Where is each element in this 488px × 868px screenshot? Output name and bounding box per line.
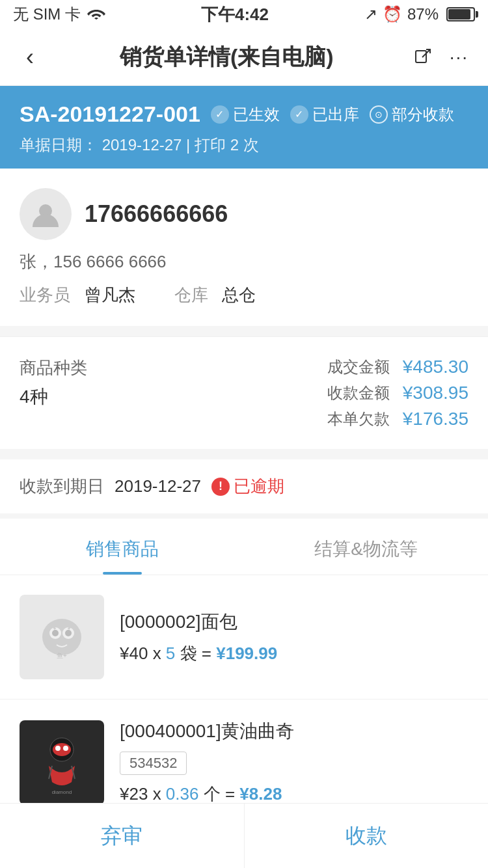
product-qty-2: 0.36 [166, 784, 199, 804]
tabs: 销售商品 结算&物流等 [0, 519, 488, 575]
tab-products-label: 销售商品 [86, 539, 159, 559]
transaction-value: ¥485.30 [403, 357, 468, 377]
transaction-amount-row: 成交金额 ¥485.30 [327, 357, 468, 377]
svg-point-10 [53, 743, 71, 756]
collected-label: 收款金额 [327, 383, 390, 403]
owed-amount-row: 本单欠款 ¥176.35 [327, 409, 468, 429]
more-icon[interactable]: ··· [450, 47, 468, 68]
product-type-label: 商品种类 [20, 357, 87, 379]
product-name-1: [0000002]面包 [120, 610, 468, 634]
product-name-2: [000400001]黄油曲奇 [120, 719, 468, 744]
avatar [20, 188, 72, 240]
svg-text:diamond: diamond [52, 789, 72, 795]
confirm-label: 收款 [346, 822, 387, 850]
tab-settlement[interactable]: 结算&物流等 [244, 519, 488, 575]
overdue-label: 已逾期 [234, 475, 284, 498]
page-title: 销货单详情(来自电脑) [120, 42, 334, 72]
product-total-1: ¥199.99 [216, 644, 277, 663]
overdue-badge: ! 已逾期 [211, 475, 284, 498]
check-icon-1: ✓ [211, 105, 229, 124]
svg-point-11 [55, 746, 61, 751]
order-id-row: SA-20191227-001 ✓ 已生效 ✓ 已出库 ⊙ 部分收款 [20, 102, 468, 127]
product-eq-2: = [225, 784, 239, 804]
status-partial-label: 部分收款 [392, 104, 454, 125]
status-badge-shipped: ✓ 已出库 [290, 104, 359, 125]
product-total-2: ¥8.28 [239, 784, 282, 804]
alarm-icon: ⏰ [383, 5, 402, 23]
product-price-1: ¥40 [120, 644, 148, 663]
svg-text:鱼+: 鱼+ [57, 652, 67, 659]
svg-rect-0 [416, 51, 426, 62]
status-left: 无 SIM 卡 [13, 4, 105, 25]
due-section: 收款到期日 2019-12-27 ! 已逾期 [0, 459, 488, 519]
product-unit-1: 袋 [180, 644, 197, 663]
location-icon: ↗ [364, 5, 377, 23]
svg-point-5 [52, 630, 59, 636]
tab-products[interactable]: 销售商品 [0, 519, 244, 575]
date-label: 单据日期： [20, 136, 98, 154]
bottom-bar: 弃审 收款 [0, 803, 488, 868]
product-tag-2: 534532 [120, 752, 187, 775]
product-price-row-2: ¥23 x 0.36 个 = ¥8.28 [120, 783, 468, 806]
due-date: 2019-12-27 [115, 476, 201, 496]
product-eq-1: = [202, 644, 216, 663]
status-effective-label: 已生效 [233, 104, 280, 125]
products-list: 鱼+ [0000002]面包 ¥40 x 5 袋 = ¥199.99 [0, 575, 488, 826]
order-id: SA-20191227-001 [20, 102, 200, 127]
collected-amount-row: 收款金额 ¥308.95 [327, 383, 468, 403]
warehouse-meta: 仓库 总仓 [174, 284, 256, 306]
battery-icon [446, 7, 475, 21]
status-badge-partial: ⊙ 部分收款 [370, 104, 454, 125]
warehouse-name: 总仓 [222, 285, 256, 305]
status-badge-effective: ✓ 已生效 [211, 104, 280, 125]
table-row: 鱼+ [0000002]面包 ¥40 x 5 袋 = ¥199.99 [0, 575, 488, 699]
overdue-icon: ! [211, 478, 230, 496]
product-price-row-1: ¥40 x 5 袋 = ¥199.99 [120, 642, 468, 665]
order-date-row: 单据日期： 2019-12-27 | 打印 2 次 [20, 135, 468, 156]
product-qty-1: 5 [166, 644, 175, 663]
svg-point-6 [65, 630, 72, 636]
summary-right: 成交金额 ¥485.30 收款金额 ¥308.95 本单欠款 ¥176.35 [327, 357, 468, 429]
customer-phone: 17666666666 [85, 200, 228, 228]
customer-section: 17666666666 张，156 6666 6666 业务员 曾凡杰 仓库 总… [0, 169, 488, 326]
collected-value: ¥308.95 [403, 383, 468, 403]
warehouse-label: 仓库 [174, 285, 208, 305]
product-price-2: ¥23 [120, 784, 148, 804]
customer-name: 张，156 6666 6666 [20, 251, 468, 273]
status-time: 下午4:42 [201, 3, 269, 26]
cancel-button[interactable]: 弃审 [0, 804, 245, 868]
svg-point-12 [63, 746, 68, 751]
owed-label: 本单欠款 [327, 409, 390, 429]
order-date: 2019-12-27 [102, 136, 182, 154]
transaction-label: 成交金额 [327, 357, 390, 377]
status-bar: 无 SIM 卡 下午4:42 ↗ ⏰ 87% [0, 0, 488, 29]
customer-row: 17666666666 [20, 188, 468, 240]
check-icon-2: ✓ [290, 105, 308, 124]
confirm-button[interactable]: 收款 [245, 804, 489, 868]
product-x-1: x [153, 644, 166, 663]
back-button[interactable]: ‹ [20, 37, 40, 77]
order-header: SA-20191227-001 ✓ 已生效 ✓ 已出库 ⊙ 部分收款 单据日期：… [0, 86, 488, 169]
share-icon[interactable] [413, 44, 434, 70]
carrier-label: 无 SIM 卡 [13, 4, 81, 25]
owed-value: ¥176.35 [403, 409, 468, 429]
sales-name: 曾凡杰 [85, 285, 135, 305]
status-shipped-label: 已出库 [312, 104, 359, 125]
customer-meta: 业务员 曾凡杰 仓库 总仓 [20, 284, 468, 306]
due-label: 收款到期日 [20, 475, 104, 498]
summary-left: 商品种类 4种 [20, 357, 87, 409]
product-unit-2: 个 [204, 784, 221, 804]
product-x-2: x [153, 784, 166, 804]
wifi-icon [87, 5, 105, 23]
svg-point-2 [42, 619, 81, 655]
nav-bar: ‹ 销货单详情(来自电脑) ··· [0, 29, 488, 86]
cancel-label: 弃审 [101, 822, 142, 850]
nav-actions: ··· [413, 44, 468, 70]
battery-percent: 87% [407, 5, 439, 23]
clock-icon: ⊙ [370, 105, 388, 124]
sales-meta: 业务员 曾凡杰 [20, 284, 135, 306]
product-thumbnail-1: 鱼+ [20, 595, 104, 679]
print-info: | 打印 2 次 [186, 136, 259, 154]
tab-settlement-label: 结算&物流等 [314, 539, 418, 559]
product-type-value: 4种 [20, 385, 87, 409]
